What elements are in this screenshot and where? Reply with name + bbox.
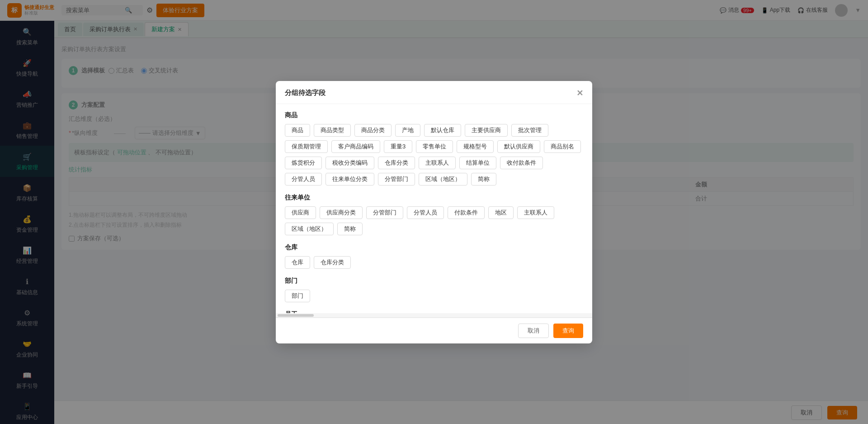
field-tag-0-16[interactable]: 仓库分类: [378, 157, 415, 169]
field-group-title-2: 仓库: [285, 243, 583, 252]
field-tag-0-12[interactable]: 默认供应商: [497, 140, 540, 153]
field-tag-0-7[interactable]: 保质期管理: [285, 140, 328, 153]
field-tag-0-20[interactable]: 分管人员: [285, 173, 322, 186]
modal-title: 分组待选字段: [285, 89, 326, 97]
field-tags-3: 部门: [285, 290, 583, 302]
field-tag-2-1[interactable]: 仓库分类: [314, 256, 351, 269]
modal-header: 分组待选字段 ✕: [276, 81, 592, 104]
field-tag-0-19[interactable]: 收付款条件: [500, 157, 543, 169]
field-tags-2: 仓库仓库分类: [285, 256, 583, 269]
field-tag-0-18[interactable]: 结算单位: [459, 157, 496, 169]
field-tag-0-14[interactable]: 炼货积分: [285, 157, 322, 169]
field-tag-0-3[interactable]: 产地: [395, 124, 420, 137]
field-tag-3-0[interactable]: 部门: [285, 290, 310, 302]
field-tag-1-6[interactable]: 主联系人: [517, 206, 554, 219]
field-tag-0-9[interactable]: 重量3: [384, 140, 412, 153]
field-tag-0-4[interactable]: 默认仓库: [424, 124, 461, 137]
field-tag-0-13[interactable]: 商品别名: [544, 140, 581, 153]
field-group-1: 往来单位供应商供应商分类分管部门分管人员付款条件地区主联系人区域（地区）简称: [285, 194, 583, 235]
field-tag-1-8[interactable]: 简称: [337, 223, 363, 235]
field-tag-0-8[interactable]: 客户商品编码: [331, 140, 380, 153]
field-group-title-0: 商品: [285, 111, 583, 119]
field-tag-0-21[interactable]: 往来单位分类: [326, 173, 374, 186]
field-tag-1-3[interactable]: 分管人员: [407, 206, 444, 219]
field-tag-0-10[interactable]: 零售单位: [416, 140, 453, 153]
field-tag-0-15[interactable]: 税收分类编码: [326, 157, 374, 169]
field-tag-0-17[interactable]: 主联系人: [419, 157, 456, 169]
modal-footer: 取消 查询: [276, 318, 592, 343]
field-tag-1-2[interactable]: 分管部门: [366, 206, 403, 219]
field-tag-0-22[interactable]: 分管部门: [378, 173, 415, 186]
field-group-2: 仓库仓库仓库分类: [285, 243, 583, 269]
field-tag-2-0[interactable]: 仓库: [285, 256, 310, 269]
modal-body[interactable]: 商品商品商品类型商品分类产地默认仓库主要供应商批次管理保质期管理客户商品编码重量…: [276, 104, 592, 313]
field-group-title-1: 往来单位: [285, 194, 583, 202]
field-tag-0-23[interactable]: 区域（地区）: [419, 173, 467, 186]
field-group-0: 商品商品商品类型商品分类产地默认仓库主要供应商批次管理保质期管理客户商品编码重量…: [285, 111, 583, 186]
modal-close-button[interactable]: ✕: [576, 88, 583, 98]
modal-horizontal-scrollbar[interactable]: [276, 313, 592, 318]
field-tags-0: 商品商品类型商品分类产地默认仓库主要供应商批次管理保质期管理客户商品编码重量3零…: [285, 124, 583, 186]
field-tag-0-24[interactable]: 简称: [471, 173, 496, 186]
field-tag-0-2[interactable]: 商品分类: [354, 124, 392, 137]
field-tags-1: 供应商供应商分类分管部门分管人员付款条件地区主联系人区域（地区）简称: [285, 206, 583, 235]
field-tag-0-5[interactable]: 主要供应商: [465, 124, 508, 137]
field-select-modal: 分组待选字段 ✕ 商品商品商品类型商品分类产地默认仓库主要供应商批次管理保质期管…: [276, 81, 592, 343]
field-tag-0-0[interactable]: 商品: [285, 124, 310, 137]
field-group-title-3: 部门: [285, 277, 583, 285]
field-tag-1-7[interactable]: 区域（地区）: [285, 223, 334, 235]
field-tag-0-11[interactable]: 规格型号: [457, 140, 494, 153]
field-tag-0-6[interactable]: 批次管理: [511, 124, 548, 137]
modal-cancel-button[interactable]: 取消: [518, 324, 549, 338]
field-tag-0-1[interactable]: 商品类型: [314, 124, 351, 137]
modal-overlay: 分组待选字段 ✕ 商品商品商品类型商品分类产地默认仓库主要供应商批次管理保质期管…: [0, 0, 868, 424]
modal-confirm-button[interactable]: 查询: [553, 324, 583, 338]
field-tag-1-4[interactable]: 付款条件: [448, 206, 485, 219]
field-tag-1-0[interactable]: 供应商: [285, 206, 316, 219]
field-tag-1-1[interactable]: 供应商分类: [320, 206, 363, 219]
field-group-3: 部门部门: [285, 277, 583, 302]
field-tag-1-5[interactable]: 地区: [488, 206, 514, 219]
